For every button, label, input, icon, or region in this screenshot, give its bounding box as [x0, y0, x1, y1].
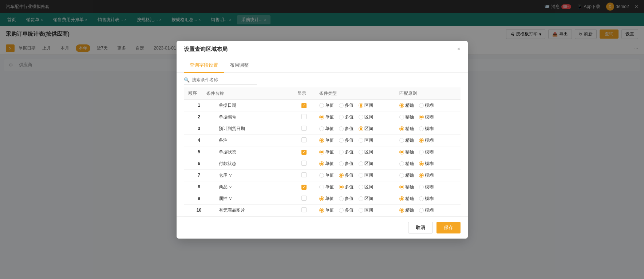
- search-input[interactable]: [192, 77, 257, 82]
- row-name: 付款状态: [214, 158, 293, 169]
- match-option-精确[interactable]: 精确: [399, 114, 414, 120]
- row-display[interactable]: [293, 158, 315, 169]
- display-checkbox[interactable]: [301, 185, 307, 190]
- radio-label: 单值: [325, 114, 334, 120]
- radio-label: 区间: [364, 137, 373, 144]
- match-option-模糊[interactable]: 模糊: [419, 102, 434, 109]
- type-option-区间[interactable]: 区间: [359, 161, 373, 167]
- type-option-单值[interactable]: 单值: [319, 184, 334, 190]
- type-option-单值[interactable]: 单值: [319, 126, 334, 132]
- type-option-单值[interactable]: 单值: [319, 196, 334, 201]
- radio-circle-icon: [319, 196, 324, 201]
- type-option-多值[interactable]: 多值: [339, 172, 353, 178]
- radio-label: 单值: [325, 184, 334, 190]
- match-option-模糊[interactable]: 模糊: [419, 196, 434, 201]
- row-order: 7: [184, 169, 214, 181]
- type-option-单值[interactable]: 单值: [319, 161, 334, 167]
- type-option-区间[interactable]: 区间: [359, 102, 373, 109]
- row-type: 单值多值区间: [315, 193, 395, 200]
- radio-label: 模糊: [425, 126, 434, 132]
- type-option-单值[interactable]: 单值: [319, 149, 334, 155]
- tab-query-fields[interactable]: 查询字段设置: [184, 58, 224, 73]
- match-option-精确[interactable]: 精确: [399, 161, 414, 167]
- type-option-区间[interactable]: 区间: [359, 126, 373, 132]
- radio-label: 模糊: [425, 161, 434, 167]
- row-type: 单值多值区间: [315, 123, 395, 134]
- radio-circle-icon: [419, 115, 424, 119]
- type-option-多值[interactable]: 多值: [339, 184, 353, 190]
- type-option-区间[interactable]: 区间: [359, 137, 373, 144]
- radio-circle-icon: [419, 185, 424, 189]
- display-checkbox[interactable]: [301, 150, 307, 155]
- match-option-模糊[interactable]: 模糊: [419, 184, 434, 190]
- col-header-order: 顺序: [184, 87, 202, 100]
- row-display[interactable]: [293, 134, 315, 146]
- type-option-区间[interactable]: 区间: [359, 114, 373, 120]
- match-option-精确[interactable]: 精确: [399, 172, 414, 178]
- type-option-单值[interactable]: 单值: [319, 172, 334, 178]
- modal-body: 1单据日期单值多值区间精确模糊2单据编号单值多值区间精确模糊3预计到货日期单值多…: [177, 100, 468, 201]
- col-header-type: 条件类型: [315, 87, 395, 100]
- type-option-区间[interactable]: 区间: [359, 172, 373, 178]
- row-display[interactable]: [293, 146, 315, 158]
- radio-circle-icon: [419, 138, 424, 143]
- match-option-模糊[interactable]: 模糊: [419, 126, 434, 132]
- display-checkbox[interactable]: [301, 114, 307, 119]
- display-checkbox[interactable]: [301, 103, 307, 108]
- row-display[interactable]: [293, 169, 315, 181]
- radio-label: 模糊: [425, 184, 434, 190]
- type-option-区间[interactable]: 区间: [359, 184, 373, 190]
- type-option-单值[interactable]: 单值: [319, 114, 334, 120]
- type-option-区间[interactable]: 区间: [359, 196, 373, 201]
- type-option-多值[interactable]: 多值: [339, 137, 353, 144]
- match-option-精确[interactable]: 精确: [399, 149, 414, 155]
- row-name: 属性 ∨: [214, 193, 293, 200]
- display-checkbox[interactable]: [301, 161, 307, 166]
- type-option-多值[interactable]: 多值: [339, 161, 353, 167]
- radio-label: 单值: [325, 161, 334, 167]
- radio-label: 多值: [345, 196, 353, 201]
- type-option-多值[interactable]: 多值: [339, 114, 353, 120]
- row-display[interactable]: [293, 181, 315, 193]
- radio-circle-icon: [319, 103, 324, 108]
- match-option-模糊[interactable]: 模糊: [419, 114, 434, 120]
- radio-label: 区间: [364, 102, 373, 109]
- row-order: 5: [184, 146, 214, 158]
- tab-layout-adjust-label: 布局调整: [230, 62, 249, 68]
- match-option-模糊[interactable]: 模糊: [419, 149, 434, 155]
- tab-layout-adjust[interactable]: 布局调整: [224, 58, 254, 73]
- radio-circle-icon: [359, 161, 363, 166]
- display-checkbox[interactable]: [301, 137, 307, 142]
- row-display[interactable]: [293, 193, 315, 200]
- display-checkbox[interactable]: [301, 126, 307, 131]
- radio-label: 多值: [345, 161, 353, 167]
- match-option-模糊[interactable]: 模糊: [419, 172, 434, 178]
- match-option-精确[interactable]: 精确: [399, 102, 414, 109]
- type-option-多值[interactable]: 多值: [339, 196, 353, 201]
- type-option-区间[interactable]: 区间: [359, 149, 373, 155]
- type-option-单值[interactable]: 单值: [319, 137, 334, 144]
- display-checkbox[interactable]: [301, 196, 307, 201]
- modal-close-button[interactable]: ×: [457, 46, 460, 52]
- match-option-精确[interactable]: 精确: [399, 196, 414, 201]
- row-type: 单值多值区间: [315, 100, 395, 111]
- display-checkbox[interactable]: [301, 172, 307, 177]
- radio-label: 多值: [345, 149, 353, 155]
- table-row: 6付款状态单值多值区间精确模糊: [184, 158, 461, 169]
- match-option-精确[interactable]: 精确: [399, 126, 414, 132]
- row-display[interactable]: [293, 123, 315, 134]
- type-option-单值[interactable]: 单值: [319, 102, 334, 109]
- radio-label: 多值: [345, 172, 353, 178]
- type-option-多值[interactable]: 多值: [339, 126, 353, 132]
- radio-label: 多值: [345, 137, 353, 144]
- match-option-精确[interactable]: 精确: [399, 137, 414, 144]
- row-display[interactable]: [293, 111, 315, 123]
- row-match: 精确模糊: [395, 193, 461, 200]
- match-option-模糊[interactable]: 模糊: [419, 161, 434, 167]
- table-row: 3预计到货日期单值多值区间精确模糊: [184, 123, 461, 134]
- row-display[interactable]: [293, 100, 315, 111]
- type-option-多值[interactable]: 多值: [339, 149, 353, 155]
- match-option-模糊[interactable]: 模糊: [419, 137, 434, 144]
- type-option-多值[interactable]: 多值: [339, 102, 353, 109]
- match-option-精确[interactable]: 精确: [399, 184, 414, 190]
